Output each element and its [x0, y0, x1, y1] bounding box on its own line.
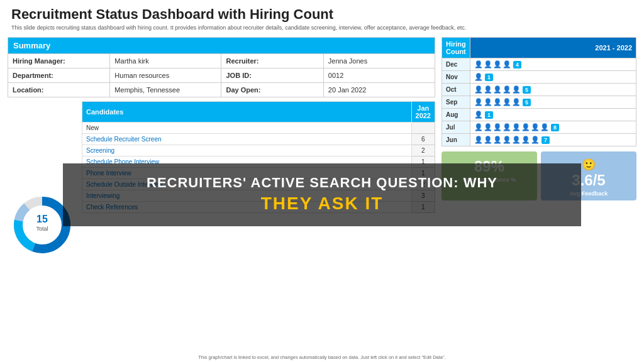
count-badge: 1: [485, 74, 493, 81]
month-icons: 👤 👤 👤 👤 👤 5: [470, 84, 636, 96]
month-label: Jul: [442, 121, 470, 134]
person-icon: 👤: [521, 123, 530, 131]
person-icon: 👤: [484, 123, 492, 131]
table-row: Sep 👤 👤 👤 👤 👤 5: [442, 96, 636, 109]
department-value: Human resources: [110, 69, 221, 83]
location-label: Location:: [8, 83, 110, 97]
figure-icons: 👤 👤 👤 👤 👤 5: [474, 98, 531, 106]
person-icon: 👤: [493, 60, 502, 69]
recruiter-label: Recruiter:: [221, 54, 323, 69]
person-icon: 👤: [493, 136, 502, 144]
person-icon: 👤: [474, 73, 483, 81]
slide: Recruitment Status Dashboard with Hiring…: [0, 0, 644, 362]
jobid-label: JOB ID:: [221, 69, 323, 83]
overlay-line2: THEY ASK IT: [82, 194, 562, 214]
table-row: Screening 2: [82, 145, 435, 156]
table-row: Aug 👤 1: [442, 109, 636, 121]
person-icon: 👤: [512, 85, 521, 94]
person-icon: 👤: [512, 136, 521, 144]
table-row: Department: Human resources JOB ID: 0012: [8, 69, 435, 83]
person-icon: 👤: [502, 136, 511, 144]
person-icon: 👤: [540, 123, 549, 131]
overlay-line1: RECRUITERS' ACTIVE SEARCH QUESTION: WHY: [82, 175, 562, 191]
candidates-header: Candidates: [82, 102, 412, 123]
hiring-table: Hiring Count 2021 - 2022 Dec 👤 👤 👤 👤 4: [441, 37, 636, 146]
month-label: Dec: [442, 58, 470, 71]
month-label: Oct: [442, 84, 470, 96]
header: Recruitment Status Dashboard with Hiring…: [0, 0, 644, 33]
count-badge: 7: [541, 136, 550, 144]
candidate-count: [411, 123, 435, 134]
person-icon: 👤: [512, 98, 521, 106]
dayopen-label: Day Open:: [221, 83, 323, 97]
table-row: Dec 👤 👤 👤 👤 4: [442, 58, 636, 71]
table-row: Jul 👤 👤 👤 👤 👤 👤 👤 👤 8: [442, 121, 636, 134]
count-badge: 8: [551, 124, 559, 131]
hiring-manager-value: Martha kirk: [110, 54, 221, 69]
person-icon: 👤: [484, 136, 492, 144]
candidate-stage: Schedule Recruiter Screen: [82, 134, 412, 145]
month-icons: 👤 👤 👤 👤 👤 👤 👤 👤 8: [470, 121, 636, 134]
overlay-banner: RECRUITERS' ACTIVE SEARCH QUESTION: WHY …: [63, 163, 581, 226]
jobid-value: 0012: [323, 69, 435, 83]
person-icon: 👤: [502, 123, 511, 131]
header-subtitle: This slide depicts recruiting status das…: [11, 25, 633, 31]
dayopen-value: 20 Jan 2022: [323, 83, 435, 97]
footer-text: This graph/chart is linked to excel, and…: [198, 354, 445, 360]
month-label: Sep: [442, 96, 470, 109]
table-row: Location: Memphis, Tennessee Day Open: 2…: [8, 83, 435, 97]
footer: This graph/chart is linked to excel, and…: [8, 354, 636, 360]
person-icon: 👤: [512, 123, 521, 131]
month-icons: 👤 1: [470, 109, 636, 121]
person-icon: 👤: [493, 98, 502, 106]
table-row: Jun 👤 👤 👤 👤 👤 👤 👤 7: [442, 134, 636, 146]
figure-icons: 👤 👤 👤 👤 👤 👤 👤 👤 8: [474, 123, 559, 131]
hiring-count-label: Hiring Count: [442, 38, 470, 58]
person-icon: 👤: [531, 123, 540, 131]
person-icon: 👤: [502, 98, 511, 106]
person-icon: 👤: [502, 85, 511, 94]
count-badge: 1: [485, 111, 493, 119]
summary-table: Summary Hiring Manager: Martha kirk Recr…: [8, 37, 435, 97]
person-icon: 👤: [493, 85, 502, 94]
person-icon: 👤: [484, 98, 492, 106]
hiring-manager-label: Hiring Manager:: [8, 54, 110, 69]
svg-text:15: 15: [36, 214, 48, 224]
person-icon: 👤: [493, 123, 502, 131]
person-icon: 👤: [521, 136, 530, 144]
person-icon: 👤: [502, 60, 511, 69]
month-icons: 👤 👤 👤 👤 👤 5: [470, 96, 636, 109]
month-icons: 👤 👤 👤 👤 4: [470, 58, 636, 71]
table-row: Nov 👤 1: [442, 71, 636, 84]
month-icons: 👤 1: [470, 71, 636, 84]
candidate-stage: New: [82, 123, 412, 134]
table-row: Oct 👤 👤 👤 👤 👤 5: [442, 84, 636, 96]
person-icon: 👤: [474, 60, 483, 69]
figure-icons: 👤 👤 👤 👤 4: [474, 60, 521, 69]
table-row: Hiring Manager: Martha kirk Recruiter: J…: [8, 54, 435, 69]
department-label: Department:: [8, 69, 110, 83]
person-icon: 👤: [474, 111, 483, 119]
candidate-count: 2: [411, 145, 435, 156]
recruiter-value: Jenna Jones: [323, 54, 435, 69]
location-value: Memphis, Tennessee: [110, 83, 221, 97]
person-icon: 👤: [474, 123, 483, 131]
figure-icons: 👤 👤 👤 👤 👤 👤 👤 7: [474, 136, 550, 144]
person-icon: 👤: [531, 136, 540, 144]
person-icon: 👤: [474, 85, 483, 94]
person-icon: 👤: [484, 60, 492, 69]
person-icon: 👤: [484, 85, 492, 94]
month-label: Aug: [442, 109, 470, 121]
person-icon: 👤: [474, 98, 483, 106]
figure-icons: 👤 1: [474, 73, 493, 81]
person-icon: 👤: [474, 136, 483, 144]
figure-icons: 👤 1: [474, 111, 493, 119]
count-badge: 5: [523, 86, 531, 94]
candidate-count: 6: [411, 134, 435, 145]
count-badge: 4: [513, 61, 521, 69]
hiring-year-label: 2021 - 2022: [470, 38, 636, 58]
candidates-date: Jan 2022: [411, 102, 435, 123]
count-badge: 5: [523, 99, 531, 106]
month-label: Nov: [442, 71, 470, 84]
summary-header: Summary: [8, 38, 435, 54]
